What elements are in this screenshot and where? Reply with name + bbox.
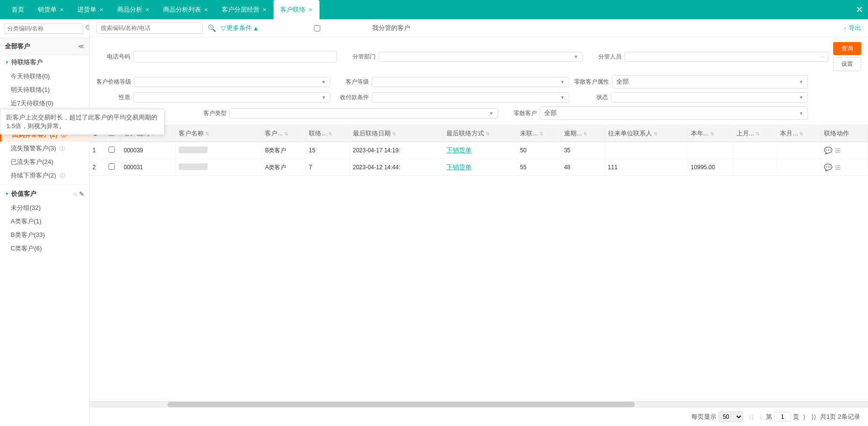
row1-method-link[interactable]: 下销货单 — [446, 147, 472, 154]
sidebar-item-tomorrow[interactable]: 明天待联络(1) — [0, 83, 89, 97]
sidebar-item-today[interactable]: 今天待联络(0) — [0, 70, 89, 83]
nav-product-list[interactable]: 商品分析列表 ✕ — [156, 0, 215, 19]
close-purchase-tab[interactable]: ✕ — [99, 7, 104, 13]
sidebar-item-class-c[interactable]: C类客户(6) — [0, 242, 89, 255]
payment-select[interactable]: ▼ — [372, 92, 569, 103]
my-customers-checkbox[interactable] — [264, 25, 370, 31]
export-button[interactable]: ↑ 导出 — [844, 24, 862, 32]
col-this-year[interactable]: 本年... ⇅ — [687, 125, 733, 142]
sidebar-item-churn-warning[interactable]: 流失预警客户(3) ⓘ — [0, 142, 89, 155]
nature-label: 性质 — [96, 93, 130, 102]
status-select[interactable]: ▼ — [611, 92, 808, 103]
col-this-month[interactable]: 本月... ⇅ — [777, 125, 821, 142]
sidebar-item-7days[interactable]: 近7天待联络(0) — [0, 97, 89, 110]
close-sales-tab[interactable]: ✕ — [60, 7, 64, 13]
next-page-button[interactable]: ⟩ — [801, 412, 807, 422]
pending-contact-section[interactable]: 待联络客户 — [0, 55, 89, 70]
sidebar-search-button[interactable]: 🔍 — [85, 25, 90, 32]
col-contact[interactable]: 联络... ⇅ — [306, 125, 350, 142]
col-uncontacted[interactable]: 未联... ⇅ — [517, 125, 561, 142]
customer-type-select[interactable]: ▼ — [229, 108, 498, 118]
col-last-method[interactable]: 最后联络方式 ⇅ — [443, 125, 517, 142]
col-this-year-sort-icon: ⇅ — [710, 131, 714, 136]
sidebar-item-unGrouped[interactable]: 未分组(32) — [0, 201, 89, 215]
filter-status: 状态 ▼ — [574, 92, 808, 103]
nav-home[interactable]: 首页 — [5, 0, 31, 19]
nav-customer-tier[interactable]: 客户分层经营 ✕ — [215, 0, 274, 19]
customer-group-title[interactable]: ▼ 价值客户 ○ ✎ — [0, 187, 89, 201]
main-search-button[interactable]: 🔍 — [208, 24, 216, 32]
row2-action-icons: 💬 ⊞ — [824, 163, 865, 171]
circle-icon[interactable]: ○ — [73, 191, 77, 198]
col-contact-person[interactable]: 往来单位联系人 ⇅ — [605, 125, 687, 142]
row2-name — [175, 159, 262, 176]
row2-method-link[interactable]: 下销货单 — [446, 163, 472, 171]
row2-contact-icon[interactable]: 💬 — [824, 163, 832, 171]
col-last-month[interactable]: 上月... ⇅ — [733, 125, 777, 142]
close-customer-tier-tab[interactable]: ✕ — [262, 7, 267, 13]
page-input[interactable] — [774, 412, 791, 422]
per-page-select[interactable]: 50 100 200 — [718, 411, 743, 422]
row1-action-icons: 💬 ⊞ — [824, 147, 865, 154]
price-level-select[interactable]: ▼ — [134, 77, 330, 87]
row2-grid-icon[interactable]: ⊞ — [835, 163, 841, 171]
row1-overdue: 35 — [561, 142, 605, 159]
row1-contact-icon[interactable]: 💬 — [824, 147, 832, 154]
col-last-month-sort-icon: ⇅ — [756, 131, 760, 136]
row1-checkbox-cell[interactable] — [105, 142, 121, 159]
col-customer-type[interactable]: 客户... ⇅ — [262, 125, 306, 142]
settings-button[interactable]: 设置 — [833, 57, 861, 71]
customer-level-select[interactable]: ▼ — [372, 77, 569, 87]
col-contact-person-sort-icon: ⇅ — [654, 131, 657, 136]
row2-checkbox[interactable] — [108, 163, 115, 170]
row1-checkbox[interactable] — [108, 147, 115, 153]
row2-this-month — [777, 159, 821, 176]
last-page-button[interactable]: ⟩⟩ — [809, 412, 818, 422]
retail-customer-select[interactable]: 全部 ▼ — [540, 106, 808, 120]
row2-checkbox-cell[interactable] — [105, 159, 121, 176]
sidebar-item-declining[interactable]: 持续下滑客户(2) ⓘ — [0, 169, 89, 182]
nav-purchase[interactable]: 进货单 ✕ — [71, 0, 110, 19]
my-customers-checkbox-label[interactable]: 我分管的客户 — [264, 24, 410, 32]
group-edit-icons: ○ ✎ — [73, 191, 84, 198]
nav-product-analysis[interactable]: 商品分析 ✕ — [110, 0, 156, 19]
row1-last-method[interactable]: 下销货单 — [443, 142, 517, 159]
payment-chevron: ▼ — [560, 95, 565, 100]
sidebar-item-class-a[interactable]: A类客户(1) — [0, 215, 89, 228]
filter-row-3: 性质 ▼ 收付款条件 ▼ 状态 — [96, 92, 861, 103]
row1-grid-icon[interactable]: ⊞ — [835, 147, 841, 154]
sidebar-item-churned[interactable]: 已流失客户(24) — [0, 155, 89, 169]
query-button[interactable]: 查询 — [833, 42, 861, 55]
person-select[interactable]: ··· — [624, 52, 828, 62]
nature-select[interactable]: ▼ — [133, 92, 330, 103]
col-last-date[interactable]: 最后联络日期 ⇅ — [350, 125, 443, 142]
all-customers-header[interactable]: 全部客户 ≪ — [0, 38, 89, 55]
col-name[interactable]: 客户名称 ⇅ — [175, 125, 262, 142]
sidebar-search-input[interactable] — [4, 23, 83, 34]
dept-select[interactable]: ▼ — [379, 52, 582, 62]
sidebar-item-class-b[interactable]: B类客户(33) — [0, 228, 89, 242]
nav-customer-contact[interactable]: 客户联络 ✕ — [274, 0, 320, 19]
filter-retail-customer: 零散客户 全部 ▼ — [503, 106, 808, 120]
row1-seq: 1 — [90, 142, 105, 159]
col-overdue[interactable]: 逾期... ⇅ — [561, 125, 605, 142]
close-product-analysis-tab[interactable]: ✕ — [145, 7, 150, 13]
filter-retail-attr: 零散客户属性 全部 ▼ — [574, 75, 808, 88]
close-product-list-tab[interactable]: ✕ — [204, 7, 208, 13]
nav-sales[interactable]: 销货单 ✕ — [31, 0, 71, 19]
more-conditions-button[interactable]: ▽ 更多条件 ▲ — [221, 24, 259, 32]
horizontal-scrollbar[interactable] — [90, 401, 868, 407]
close-all-tabs[interactable]: ✕ — [856, 4, 863, 15]
phone-input[interactable] — [133, 51, 337, 62]
prev-page-button[interactable]: ⟨ — [758, 412, 764, 422]
close-customer-contact-tab[interactable]: ✕ — [308, 7, 313, 13]
customer-table: ⚙ 客户编码 ⇅ 客户名称 — [90, 125, 868, 176]
first-page-button[interactable]: ⟨⟨ — [747, 412, 756, 422]
collapse-sidebar-button[interactable]: ≪ — [78, 43, 84, 50]
main-search-input[interactable] — [96, 22, 203, 34]
row2-last-method[interactable]: 下销货单 — [443, 159, 517, 176]
retail-attr-select[interactable]: 全部 ▼ — [612, 75, 808, 88]
edit-icon[interactable]: ✎ — [79, 191, 84, 198]
phone-label: 电话号码 — [96, 53, 130, 61]
customer-level-label: 客户等级 — [335, 78, 369, 86]
